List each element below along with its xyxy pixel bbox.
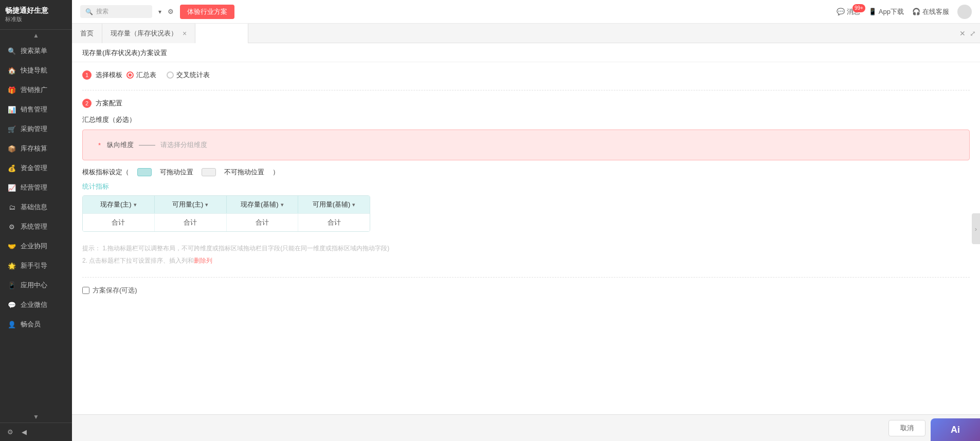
sidebar-icon-apps: 📱 — [7, 281, 16, 290]
sidebar-icon-quicknav: 🏠 — [7, 66, 16, 75]
tip2-highlight: 删除列 — [194, 257, 212, 264]
sidebar-scroll-up[interactable]: ▲ — [0, 30, 72, 41]
settings-icon[interactable]: ⚙ — [7, 428, 13, 436]
sidebar-icon-member: 👤 — [7, 320, 16, 329]
expand-icon[interactable]: ⤢ — [970, 29, 976, 38]
search-bar[interactable]: 🔍 搜索 — [80, 5, 152, 18]
tab-inventory-close[interactable]: × — [183, 29, 187, 38]
headset-icon: 🎧 — [912, 8, 920, 15]
dim-required: * — [98, 141, 101, 149]
ai-float-button[interactable]: Ai — [931, 418, 980, 441]
step2-section: 2 方案配置 汇总维度（必选） * 纵向维度 —— 请选择分组维度 — [82, 99, 970, 267]
sidebar-item-finance[interactable]: 💰 资金管理 — [0, 158, 72, 178]
search-placeholder: 搜索 — [96, 7, 108, 16]
tab-new-label: 新建方案 — [204, 29, 230, 38]
sidebar-icon-corp: 🤝 — [7, 242, 16, 251]
stats-title: 统计指标 — [82, 182, 970, 191]
divider2 — [82, 277, 970, 278]
sidebar-item-wechat[interactable]: 💬 企业微信 — [0, 295, 72, 315]
stats-table: 现存量(主)▾可用量(主)▾现存量(基辅)▾可用量(基辅)▾ 合计合计合计合计 — [82, 195, 370, 232]
sidebar-item-quicknav[interactable]: 🏠 快捷导航 — [0, 61, 72, 80]
stats-header-cell[interactable]: 现存量(主)▾ — [83, 196, 155, 213]
page-title: 现存量(库存状况表)方案设置 — [82, 49, 167, 57]
save-checkbox[interactable] — [82, 287, 89, 294]
sidebar-label-search: 搜索菜单 — [21, 46, 47, 56]
topbar-dropdown[interactable]: ▾ — [158, 8, 161, 15]
sidebar-icon-wechat: 💬 — [7, 300, 16, 309]
summary-dim-label: 汇总维度（必选） — [82, 116, 136, 123]
trial-btn[interactable]: 体验行业方案 — [180, 5, 234, 19]
sidebar-item-search[interactable]: 🔍 搜索菜单 — [0, 41, 72, 61]
topbar: 🔍 搜索 ▾ ⚙ 体验行业方案 💬 消息 99+ 📱 App下载 🎧 在线客服 — [72, 0, 980, 24]
dim-arrow: —— — [139, 140, 155, 150]
topbar-gear-icon[interactable]: ⚙ — [168, 8, 174, 15]
sidebar-footer: ⚙ ◀ — [0, 422, 72, 441]
tip1: 提示： 1.拖动标题栏可以调整布局，不可跨维度或指标区域拖动栏目字段(只能在同一… — [82, 242, 970, 254]
sidebar-item-basic[interactable]: 🗂 基础信息 — [0, 197, 72, 217]
step1-title: 1 选择模板 汇总表 交叉统计表 — [82, 70, 970, 80]
sidebar-icon-basic: 🗂 — [7, 203, 16, 212]
stats-body-cell: 合计 — [155, 213, 227, 231]
brand-edition: 标准版 — [5, 15, 67, 23]
sidebar-item-newbie[interactable]: 🌟 新手引导 — [0, 256, 72, 275]
step2-label: 方案配置 — [96, 99, 122, 108]
user-avatar[interactable] — [957, 5, 972, 19]
stats-body-cell: 合计 — [83, 213, 155, 231]
radio-summary[interactable]: 汇总表 — [126, 70, 156, 80]
sidebar-label-marketing: 营销推广 — [21, 85, 47, 95]
app-download-label: App下载 — [879, 7, 904, 16]
tab-new-scheme[interactable]: 新建方案 × — [195, 24, 248, 43]
radio-cross-label: 交叉统计表 — [176, 70, 210, 80]
sidebar-item-operations[interactable]: 📈 经营管理 — [0, 178, 72, 197]
collapse-icon[interactable]: ◀ — [22, 428, 27, 436]
minimize-icon[interactable]: ✕ — [959, 29, 966, 38]
sidebar-item-sales[interactable]: 📊 销售管理 — [0, 100, 72, 119]
cancel-button[interactable]: 取消 — [888, 420, 925, 436]
content-area: 现存量(库存状况表)方案设置 1 选择模板 汇总表 — [72, 43, 980, 414]
online-service-btn[interactable]: 🎧 在线客服 — [912, 7, 949, 16]
tip2: 2. 点击标题栏下拉可设置排序、插入列和删除列 — [82, 254, 970, 267]
sidebar-label-basic: 基础信息 — [21, 203, 47, 212]
right-collapse-handle[interactable]: › — [972, 213, 980, 244]
message-btn[interactable]: 💬 消息 99+ — [837, 7, 860, 16]
radio-summary-label: 汇总表 — [136, 70, 156, 80]
sidebar-item-purchase[interactable]: 🛒 采购管理 — [0, 119, 72, 139]
sidebar-scroll-down[interactable]: ▼ — [0, 411, 72, 422]
save-option: 方案保存(可选) — [82, 286, 970, 295]
topbar-right: 💬 消息 99+ 📱 App下载 🎧 在线客服 — [837, 5, 972, 19]
tab-inventory-status[interactable]: 现存量（库存状况表） × — [102, 24, 195, 43]
step2-num: 2 — [82, 99, 92, 108]
sidebar-icon-newbie: 🌟 — [7, 261, 16, 270]
sidebar-icon-operations: 📈 — [7, 183, 16, 192]
dim-placeholder: 请选择分组维度 — [160, 140, 207, 150]
page-header: 现存量(库存状况表)方案设置 — [72, 43, 980, 62]
stats-header-cell[interactable]: 可用量(基辅)▾ — [298, 196, 370, 213]
tab-new-close[interactable]: × — [235, 29, 240, 38]
sidebar-item-inventory[interactable]: 📦 库存核算 — [0, 139, 72, 158]
tab-home[interactable]: 首页 — [72, 24, 102, 43]
dim-config-label: 汇总维度（必选） — [82, 115, 970, 124]
sidebar-item-corp[interactable]: 🤝 企业协同 — [0, 236, 72, 256]
sidebar-item-system[interactable]: ⚙ 系统管理 — [0, 217, 72, 236]
radio-cross-dot — [167, 71, 174, 79]
sidebar-label-purchase: 采购管理 — [21, 124, 47, 134]
stats-header-cell[interactable]: 现存量(基辅)▾ — [227, 196, 299, 213]
draggable-legend-box — [137, 168, 152, 176]
step2-title: 2 方案配置 — [82, 99, 970, 108]
app-download-btn[interactable]: 📱 App下载 — [868, 7, 904, 16]
sidebar-item-marketing[interactable]: 🎁 营销推广 — [0, 80, 72, 100]
sidebar-item-member[interactable]: 👤 畅会员 — [0, 315, 72, 334]
sidebar-item-apps[interactable]: 📱 应用中心 — [0, 275, 72, 295]
radio-cross[interactable]: 交叉统计表 — [167, 70, 210, 80]
ai-label: Ai — [951, 425, 960, 435]
sidebar-icon-inventory: 📦 — [7, 144, 16, 153]
dimension-box[interactable]: * 纵向维度 —— 请选择分组维度 — [82, 130, 970, 160]
indicator-text: 模板指标设定（ — [82, 168, 129, 177]
stats-header-cell[interactable]: 可用量(主)▾ — [155, 196, 227, 213]
bottom-bar: 取消 查询 — [72, 414, 980, 441]
save-label: 方案保存(可选) — [93, 286, 137, 295]
panel: 1 选择模板 汇总表 交叉统计表 — [72, 62, 980, 303]
stats-body-cell: 合计 — [227, 213, 299, 231]
tabs-bar: 首页 现存量（库存状况表） × 新建方案 × ✕ ⤢ — [72, 24, 980, 43]
sidebar-label-wechat: 企业微信 — [21, 300, 47, 309]
